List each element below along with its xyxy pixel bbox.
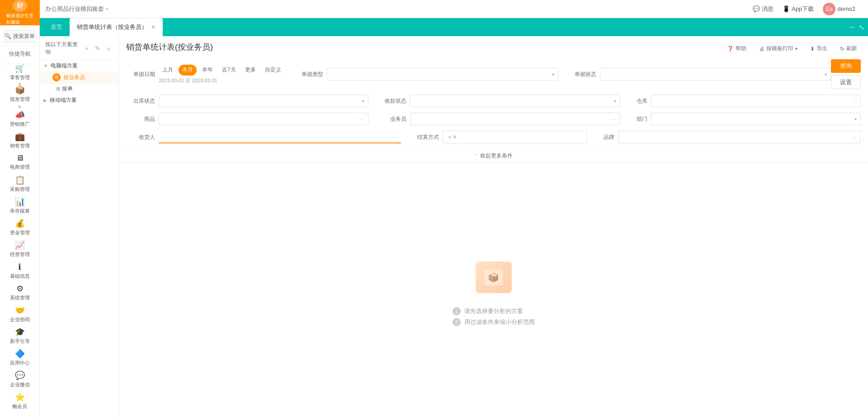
date-btn-this-month[interactable]: 本月 (179, 65, 197, 76)
date-btn-custom[interactable]: 自定义 (261, 65, 285, 76)
tree-sub-node[interactable]: ⊞ 按单 (40, 83, 118, 95)
tab-sales-stat-label: 销货单统计表（按业务员） (77, 23, 147, 31)
sidebar-item-operation[interactable]: 📈 经营管理 (0, 238, 40, 260)
member-icon: ⭐ (15, 392, 25, 402)
date-btn-more[interactable]: 更多 (241, 65, 259, 76)
left-panel-title: 按以下方案查询 (45, 41, 82, 56)
tab-minimize-btn[interactable]: ─ (850, 23, 855, 31)
sidebar-item-wholesale[interactable]: 📦 批发管理 ▲ (0, 86, 40, 108)
date-btn-prev-month[interactable]: 上月 (159, 65, 177, 76)
sidebar-item-wechat[interactable]: 💬 企业微信 (0, 368, 40, 390)
warehouse-arrow: ··· (853, 99, 857, 104)
date-filter: 上月 本月 本年 近7天 更多 自定义 (159, 65, 285, 76)
ecommerce-icon: 🖥 (16, 153, 24, 163)
empty-state: 📦 1 请先选择要分析的方案 2 用过滤条件来缩小分析范围 (119, 163, 868, 418)
settle-tag[interactable]: ▾ ✕ (443, 131, 587, 143)
warehouse-select[interactable]: ··· (651, 95, 861, 107)
sidebar-item-newbie[interactable]: 🎓 新手引导 (0, 325, 40, 347)
left-panel-collapse-btn[interactable]: « (104, 44, 113, 53)
tab-maximize-btn[interactable]: ⤡ (859, 23, 864, 32)
collapse-btn[interactable]: ⌃ 收起更多条件 (475, 152, 513, 160)
messages-btn[interactable]: 💬 消息 (753, 5, 774, 13)
logo[interactable]: 好 畅捷通好生意标赚版 (0, 0, 40, 25)
recv-status-select[interactable]: ▾ (410, 95, 620, 107)
receiver-dots[interactable]: ··· (392, 133, 397, 140)
tree-desktop-node[interactable]: ▼ 电脑端方案 (40, 60, 118, 71)
tree-active-salesperson[interactable]: 按 按业务员 (40, 71, 118, 83)
export-btn[interactable]: ⬇ 导出 (807, 43, 831, 54)
settle-clear-btn[interactable]: ✕ (453, 134, 457, 140)
purchase-icon: 📋 (15, 175, 25, 185)
recv-status-label: 收款状态 (383, 97, 410, 105)
empty-tips: 1 请先选择要分析的方案 2 用过滤条件来缩小分析范围 (453, 307, 535, 326)
brand-dots[interactable]: ··· (851, 133, 857, 141)
tab-close-btn[interactable]: ✕ (151, 24, 156, 30)
tree-active-label: 按业务员 (63, 74, 85, 81)
tree-mobile-node[interactable]: ▶ 移动端方案 (40, 95, 118, 106)
tip-text-2: 用过滤条件来缩小分析范围 (464, 318, 535, 326)
user-name: demo2 (837, 5, 855, 12)
app-download-btn[interactable]: 📱 App下载 (783, 5, 814, 13)
tab-sales-stat[interactable]: 销货单统计表（按业务员） ✕ (70, 18, 163, 36)
sidebar-item-basic[interactable]: ℹ 基础信息 (0, 260, 40, 281)
goods-select[interactable]: ··· (159, 113, 368, 125)
refresh-icon: ↻ (840, 46, 844, 52)
wechat-label: 企业微信 (10, 381, 30, 388)
date-btn-7days[interactable]: 近7天 (218, 65, 240, 76)
topbar-title-text: 办公用品行业模拟账套 (45, 5, 104, 13)
dept-label: 部门 (635, 115, 651, 123)
doc-status-select[interactable]: ▾ (600, 68, 831, 81)
brand-label: 品牌 (602, 133, 618, 141)
receiver-select[interactable]: ··· (159, 131, 401, 143)
goods-label: 商品 (126, 115, 159, 123)
warehouse-label: 仓库 (635, 97, 651, 105)
empty-tip-2: 2 用过滤条件来缩小分析范围 (453, 318, 535, 326)
tab-home[interactable]: 首页 (43, 18, 70, 36)
sidebar-item-inventory[interactable]: 📊 库存核算 (0, 195, 40, 216)
quick-nav-btn[interactable]: 快捷导航 (4, 48, 36, 60)
refresh-btn[interactable]: ↻ 刷新 (836, 43, 861, 54)
out-status-select[interactable]: ▾ (159, 95, 368, 107)
sidebar-item-sales[interactable]: 💼 销售管理 (0, 129, 40, 151)
sidebar-item-retail[interactable]: 🛒 零售管理 ▼ (0, 64, 40, 86)
sidebar-item-purchase[interactable]: 📋 采购管理 (0, 173, 40, 195)
filter-row-1: 单据日期 上月 本月 本年 近7天 更多 自定义 2023-03-01 至 20… (126, 59, 861, 89)
sidebar-item-marketing[interactable]: 📣 营销推广 (0, 108, 40, 129)
sidebar-item-enterprise[interactable]: 🤝 企业协同 (0, 303, 40, 325)
salesperson-dots[interactable]: ··· (611, 115, 616, 123)
left-panel-header: 按以下方案查询 + ✎ « (40, 36, 118, 60)
doc-type-select[interactable]: ▾ (327, 68, 558, 81)
sidebar-item-appstore[interactable]: 🔷 应用中心 (0, 347, 40, 368)
app-download-icon: 📱 (783, 5, 790, 12)
tree-active-icon: 按 (52, 73, 61, 81)
salesperson-select[interactable]: ··· (410, 113, 620, 125)
doc-type-label: 单据类型 (300, 71, 327, 78)
left-panel: 按以下方案查询 + ✎ « ▼ 电脑端方案 按 按业务员 ⊞ 按单 (40, 36, 119, 418)
brand-select[interactable]: ··· (618, 131, 861, 143)
enterprise-icon: 🤝 (15, 305, 25, 315)
sidebar-item-ecommerce[interactable]: 🖥 电商管理 (0, 151, 40, 173)
wholesale-icon: 📦 (15, 85, 25, 95)
filter-row-3: 商品 ··· 业务员 ··· 部门 ▾ (126, 113, 861, 125)
setting-btn[interactable]: 设置 (831, 76, 861, 89)
query-btn[interactable]: 查询 (831, 59, 861, 73)
sidebar-item-finance[interactable]: 💰 资金管理 (0, 216, 40, 238)
left-panel-add-btn[interactable]: + (82, 44, 91, 53)
dept-select[interactable]: ▾ (651, 113, 861, 125)
topbar-dropdown-icon[interactable]: ▾ (106, 6, 108, 12)
wholesale-arrow: ▲ (18, 104, 22, 109)
print-btn[interactable]: 🖨 按模板打印 ▾ (755, 43, 801, 54)
sidebar-item-system[interactable]: ⚙ 系统管理 (0, 281, 40, 303)
sidebar: 好 畅捷通好生意标赚版 🔍 搜索菜单 快捷导航 🛒 零售管理 ▼ 📦 批发管理 … (0, 0, 40, 418)
left-panel-edit-btn[interactable]: ✎ (93, 44, 102, 53)
marketing-icon: 📣 (15, 110, 25, 120)
goods-dots[interactable]: ··· (359, 115, 365, 123)
user-profile-btn[interactable]: Ea demo2 (823, 3, 855, 15)
logo-text: 畅捷通好生意标赚版 (6, 13, 33, 25)
sidebar-item-member[interactable]: ⭐ 畅会员 (0, 390, 40, 412)
help-btn[interactable]: ❓ 帮助 (723, 43, 750, 54)
sidebar-search-btn[interactable]: 🔍 搜索菜单 (4, 30, 36, 43)
messages-label: 消息 (762, 5, 774, 13)
date-btn-this-year[interactable]: 本年 (198, 65, 217, 76)
newbie-icon: 🎓 (15, 327, 25, 337)
